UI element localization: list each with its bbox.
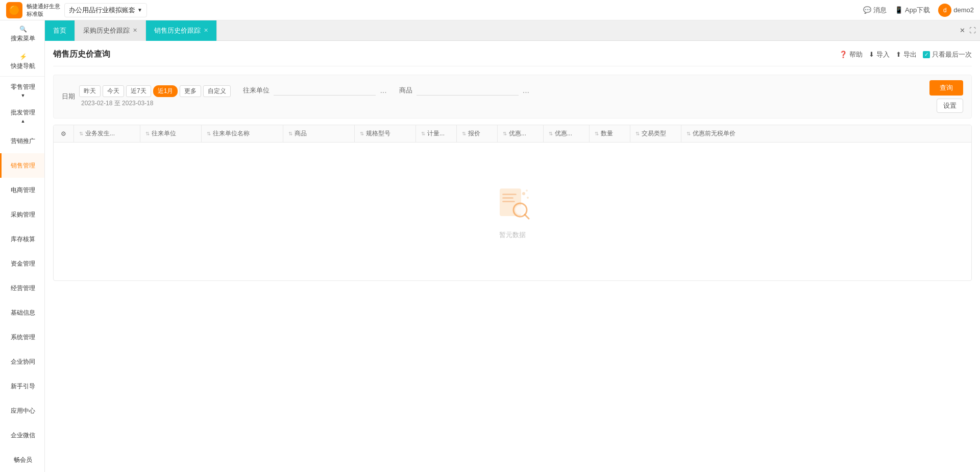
th-biz-label: 业务发生... [85,129,115,138]
date-btn-7days[interactable]: 近7天 [126,85,151,97]
export-icon: ⬆ [896,51,901,58]
th-settings[interactable]: ⚙ [54,125,74,142]
sidebar-item-finance[interactable]: 资金管理 [0,251,44,276]
filter-right: 查询 设置 [929,80,963,113]
sidebar-item-wholesale[interactable]: 批发管理 ▲ [0,103,44,129]
th-qty[interactable]: ⇅ 数量 [590,125,630,142]
unit-filter-dots[interactable]: ... [380,86,386,95]
chat-label: 消息 [873,6,887,15]
sidebar-item-retail[interactable]: 零售管理 ▼ [0,78,44,103]
sidebar: 🔍 搜索菜单 ⚡ 快捷导航 零售管理 ▼ 批发管理 ▲ 营销推广 销售管理 电商… [0,20,45,472]
th-unit-name[interactable]: ⇅ 往来单位名称 [202,125,283,142]
date-btn-today[interactable]: 今天 [103,85,124,97]
sort-icon-unit: ⇅ [145,131,150,136]
th-measure-label: 计量... [427,129,445,138]
settings-button[interactable]: 设置 [937,99,963,113]
sidebar-label-basic: 基础信息 [11,309,35,317]
sort-icon-discount2: ⇅ [549,131,553,136]
quick-icon: ⚡ [19,53,27,60]
sidebar-label-sales: 销售管理 [11,161,35,170]
query-button[interactable]: 查询 [929,80,963,96]
close-all-icon[interactable]: ✕ [960,27,965,34]
sidebar-item-sales[interactable]: 销售管理 [0,153,44,178]
app-selector-label: 办公用品行业模拟账套 [69,6,135,15]
th-pretax[interactable]: ⇅ 优惠前无税单价 [681,125,971,142]
page-title: 销售历史价查询 [53,49,110,60]
avatar-initial: d [943,7,947,14]
date-btn-yesterday[interactable]: 昨天 [79,85,101,97]
tab-home[interactable]: 首页 [45,20,75,41]
th-unit[interactable]: ⇅ 往来单位 [140,125,202,142]
sidebar-item-basic[interactable]: 基础信息 [0,300,44,325]
th-pretax-label: 优惠前无税单价 [693,129,736,138]
sidebar-item-guide[interactable]: 新手引导 [0,374,44,398]
sidebar-item-ecommerce[interactable]: 电商管理 [0,178,44,202]
tabbar: 首页 采购历史价跟踪 ✕ 销售历史价跟踪 ✕ ✕ ⛶ [45,20,980,41]
th-trade-label: 交易类型 [642,129,666,138]
chat-icon: 💬 [863,6,871,14]
app-download-label: App下载 [905,6,930,15]
tab-purchase-close[interactable]: ✕ [133,27,137,34]
sort-icon-product: ⇅ [288,131,292,136]
svg-rect-3 [502,201,515,202]
avatar: d [938,4,951,17]
sort-icon-spec: ⇅ [360,131,364,136]
product-filter-input[interactable] [416,85,519,96]
only-last-checkbox[interactable]: 只看最后一次 [923,50,972,59]
sidebar-item-inventory[interactable]: 库存核算 [0,227,44,251]
th-trade[interactable]: ⇅ 交易类型 [630,125,681,142]
tab-sales-history[interactable]: 销售历史价跟踪 ✕ [146,20,217,41]
th-measure[interactable]: ⇅ 计量... [416,125,457,142]
chevron-up-icon-wholesale: ▲ [21,119,26,124]
th-biz-date[interactable]: ⇅ 业务发生... [74,125,140,142]
product-filter-dots[interactable]: ... [523,86,529,95]
sidebar-item-quick[interactable]: ⚡ 快捷导航 [0,48,44,76]
th-quote-label: 报价 [468,129,480,138]
sidebar-item-operations[interactable]: 经营管理 [0,276,44,300]
sidebar-item-vip[interactable]: 畅会员 [0,447,44,472]
th-discount1-label: 优惠... [509,129,526,138]
sort-icon-unit-name: ⇅ [207,131,211,136]
th-quote[interactable]: ⇅ 报价 [457,125,498,142]
chat-button[interactable]: 💬 消息 [863,6,887,15]
th-discount2[interactable]: ⇅ 优惠... [544,125,590,142]
date-filter-label: 日期 [62,92,75,101]
th-spec[interactable]: ⇅ 规格型号 [355,125,416,142]
app-download-button[interactable]: 📱 App下载 [895,6,930,15]
unit-filter-input[interactable] [274,85,376,96]
tab-sales-close[interactable]: ✕ [204,27,208,34]
import-button[interactable]: ⬇ 导入 [869,50,890,59]
sidebar-item-enterprise[interactable]: 企业协同 [0,349,44,374]
app-download-icon: 📱 [895,6,903,14]
import-icon: ⬇ [869,51,874,58]
sidebar-divider-1 [0,76,44,77]
unit-filter-group: 往来单位 ... [243,85,386,96]
topbar-right: 💬 消息 📱 App下载 d demo2 [863,4,974,17]
th-discount1[interactable]: ⇅ 优惠... [498,125,544,142]
date-btn-1month[interactable]: 近1月 [153,85,178,97]
help-label: 帮助 [849,50,863,59]
user-profile[interactable]: d demo2 [938,4,974,17]
help-button[interactable]: ❓ 帮助 [839,50,863,59]
fullscreen-icon[interactable]: ⛶ [969,27,976,34]
table-container: ⚙ ⇅ 业务发生... ⇅ 往来单位 ⇅ 往来单位名称 [53,125,972,281]
export-button[interactable]: ⬆ 导出 [896,50,917,59]
sidebar-item-purchase[interactable]: 采购管理 [0,202,44,227]
date-btn-more[interactable]: 更多 [180,85,201,97]
sidebar-label-system: 系统管理 [11,333,35,342]
sidebar-label-ecommerce: 电商管理 [11,186,35,195]
date-btn-custom[interactable]: 自定义 [203,85,231,97]
svg-point-8 [527,197,529,199]
th-product[interactable]: ⇅ 商品 [283,125,355,142]
svg-point-9 [526,190,528,192]
sidebar-item-wechat[interactable]: 企业微信 [0,423,44,447]
empty-illustration [492,183,533,224]
tab-purchase-history[interactable]: 采购历史价跟踪 ✕ [75,20,146,41]
sidebar-item-apps[interactable]: 应用中心 [0,398,44,423]
sidebar-item-search[interactable]: 🔍 搜索菜单 [0,20,44,48]
export-label: 导出 [903,50,917,59]
sidebar-item-system[interactable]: 系统管理 [0,325,44,349]
app-selector[interactable]: 办公用品行业模拟账套 ▼ [64,3,147,17]
sidebar-item-marketing[interactable]: 营销推广 [0,129,44,153]
page-header: 销售历史价查询 ❓ 帮助 ⬇ 导入 ⬆ 导出 [53,49,972,66]
